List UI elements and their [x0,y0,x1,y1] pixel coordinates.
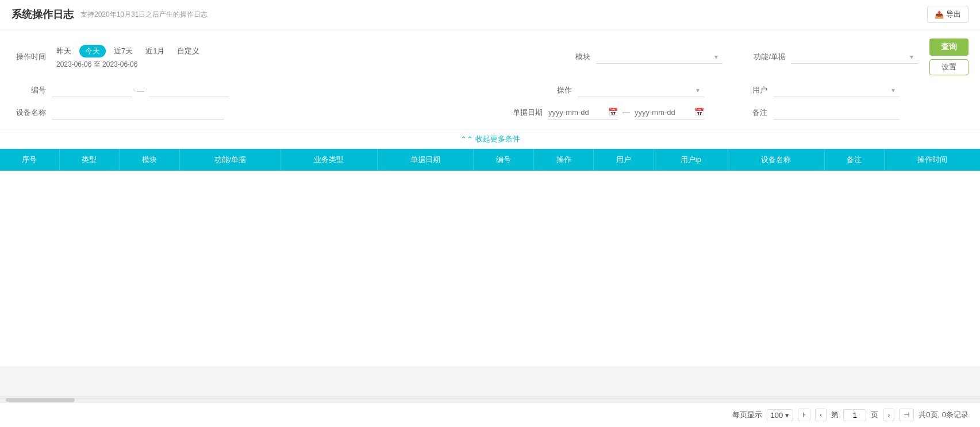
bill-date-start-input[interactable] [548,108,606,117]
device-label: 设备名称 [11,107,52,118]
calendar-start-icon[interactable]: 📅 [608,107,618,117]
time-option-1month[interactable]: 近1月 [141,45,169,57]
module-select[interactable]: ▾ [596,51,722,64]
page-header: 系统操作日志 支持2020年10月31日之后产生的操作日志 📤 导出 [0,0,980,29]
table-wrapper: 序号 类型 模块 功能/单据 业务类型 单据日期 编号 操作 用户 用户ip 设… [0,149,980,397]
bill-date-separator: — [618,108,635,117]
pagination-bar: 每页显示 100 ▾ ⊦ ‹ 第 页 › ⊣ 共0页, 0条记录 [0,402,980,427]
time-option-yesterday[interactable]: 昨天 [52,45,76,57]
prev-page-button[interactable]: ‹ [815,409,827,421]
operation-label: 操作 [537,85,578,95]
table-header-row: 序号 类型 模块 功能/单据 业务类型 单据日期 编号 操作 用户 用户ip 设… [0,149,980,171]
function-label: 功能/单据 [745,52,791,62]
scrollbar-area[interactable] [0,397,980,402]
col-function: 功能/单据 [179,149,280,171]
filter-panel: 操作时间 昨天 今天 近7天 近1月 自定义 2023-06-06 至 2023… [0,29,980,129]
next-page-button[interactable]: › [883,409,894,421]
table-header: 序号 类型 模块 功能/单据 业务类型 单据日期 编号 操作 用户 用户ip 设… [0,149,980,171]
first-page-button[interactable]: ⊦ [798,409,810,421]
export-icon: 📤 [935,10,944,19]
col-device: 设备名称 [728,149,824,171]
page-number-input[interactable] [843,409,866,421]
col-user-ip: 用户ip [654,149,728,171]
time-option-today[interactable]: 今天 [79,45,106,57]
function-select[interactable]: ▾ [791,51,918,64]
col-op-time: 操作时间 [884,149,980,171]
page-size-select[interactable]: 100 ▾ [767,409,794,421]
module-label: 模块 [556,52,596,62]
device-input-wrap [52,106,224,120]
col-biz-type: 业务类型 [281,149,378,171]
device-input[interactable] [52,108,224,117]
col-operation: 操作 [533,149,593,171]
bill-date-end-input[interactable] [635,108,692,117]
time-option-custom[interactable]: 自定义 [172,45,204,57]
page-label: 第 [831,410,839,420]
number-end-wrap [149,83,229,97]
export-button[interactable]: 📤 导出 [927,6,969,23]
page-size-chevron-icon: ▾ [785,411,789,420]
query-button[interactable]: 查询 [929,39,969,56]
number-start-wrap [52,83,132,97]
page-size-value: 100 [771,411,783,420]
bill-date-label: 单据日期 [502,107,548,118]
empty-body [0,171,980,366]
scrollbar-thumb[interactable] [6,398,75,402]
number-end-input[interactable] [149,86,229,94]
col-seq: 序号 [0,149,59,171]
number-label: 编号 [11,85,52,95]
col-user: 用户 [594,149,654,171]
filter-section: 操作时间 昨天 今天 近7天 近1月 自定义 2023-06-06 至 2023… [0,29,980,149]
remark-label: 备注 [727,107,773,118]
filter-row-2: 编号 — 操作 ▾ 用户 ▾ [11,83,969,97]
data-table: 序号 类型 模块 功能/单据 业务类型 单据日期 编号 操作 用户 用户ip 设… [0,149,980,171]
time-filter-group: 昨天 今天 近7天 近1月 自定义 2023-06-06 至 2023-06-0… [52,45,204,70]
calendar-end-icon[interactable]: 📅 [694,107,704,117]
operation-chevron-icon: ▾ [696,86,700,94]
col-module: 模块 [120,149,179,171]
filter-row-3: 设备名称 单据日期 📅 — 📅 备注 [11,105,969,120]
remark-input-wrap [773,106,900,120]
col-remark: 备注 [824,149,884,171]
filter-row-1: 操作时间 昨天 今天 近7天 近1月 自定义 2023-06-06 至 2023… [11,39,969,75]
function-chevron-icon: ▾ [910,53,913,61]
date-range-text: 2023-06-06 至 2023-06-06 [56,60,204,70]
operation-select[interactable]: ▾ [578,84,704,97]
collapse-label: 收起更多条件 [475,134,520,144]
title-area: 系统操作日志 支持2020年10月31日之后产生的操作日志 [11,7,207,21]
total-text: 共0页, 0条记录 [918,410,969,420]
page-title: 系统操作日志 [11,7,74,21]
time-label: 操作时间 [11,52,52,62]
col-bill-date: 单据日期 [377,149,474,171]
user-chevron-icon: ▾ [891,86,895,94]
export-label: 导出 [946,9,961,20]
last-page-button[interactable]: ⊣ [899,409,914,421]
bill-date-start-wrap: 📅 [548,105,618,120]
settings-button[interactable]: 设置 [929,59,969,75]
collapse-chevron-icon: ⌃⌃ [460,135,473,144]
time-options: 昨天 今天 近7天 近1月 自定义 [52,45,204,57]
bill-date-end-wrap: 📅 [635,105,704,120]
number-separator: — [132,86,149,95]
action-buttons: 查询 设置 [929,39,969,75]
col-number: 编号 [474,149,533,171]
page-unit: 页 [871,410,878,420]
page-subtitle: 支持2020年10月31日之后产生的操作日志 [80,10,207,20]
col-type: 类型 [59,149,119,171]
user-select[interactable]: ▾ [773,84,900,97]
module-chevron-icon: ▾ [714,53,718,61]
page-size-label: 每页显示 [732,410,762,420]
time-option-7days[interactable]: 近7天 [109,45,137,57]
remark-input[interactable] [773,108,900,117]
user-label: 用户 [727,85,773,95]
number-start-input[interactable] [52,86,132,94]
collapse-bar[interactable]: ⌃⌃ 收起更多条件 [0,129,980,149]
